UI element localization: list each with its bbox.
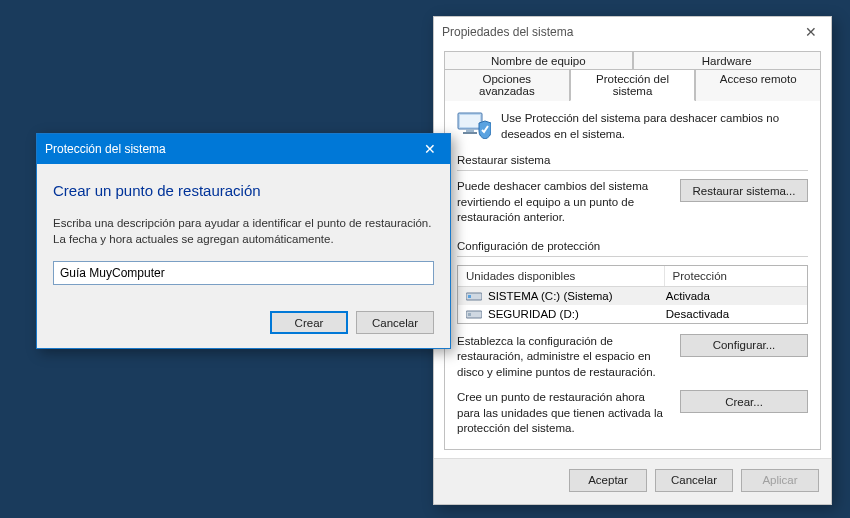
system-properties-window: Propiedades del sistema ✕ Nombre de equi… (433, 16, 832, 505)
svg-rect-5 (468, 295, 471, 298)
table-row[interactable]: SEGURIDAD (D:) Desactivada (458, 305, 807, 323)
drive-icon (466, 290, 482, 302)
restore-text: Puede deshacer cambios del sistema revir… (457, 179, 670, 226)
svg-rect-3 (463, 132, 477, 134)
cancel-button[interactable]: Cancelar (356, 311, 434, 334)
drive-status: Activada (666, 290, 799, 302)
protection-panel: Use Protección del sistema para deshacer… (444, 100, 821, 450)
apply-button[interactable]: Aplicar (741, 469, 819, 492)
description-input[interactable] (53, 261, 434, 285)
tab-advanced[interactable]: Opciones avanzadas (444, 69, 570, 101)
configure-button[interactable]: Configurar... (680, 334, 808, 357)
svg-rect-2 (466, 129, 474, 132)
protection-section-title: Configuración de protección (457, 240, 808, 252)
tab-hardware[interactable]: Hardware (633, 51, 822, 70)
tab-system-protection[interactable]: Protección del sistema (570, 69, 696, 101)
dialog-description: Escriba una descripción para ayudar a id… (53, 215, 434, 247)
intro-text: Use Protección del sistema para deshacer… (501, 111, 808, 142)
create-restore-point-dialog: Protección del sistema ✕ Crear un punto … (36, 133, 451, 349)
table-row[interactable]: SISTEMA (C:) (Sistema) Activada (458, 287, 807, 305)
cancel-button[interactable]: Cancelar (655, 469, 733, 492)
monitor-shield-icon (457, 111, 491, 139)
create-point-text: Cree un punto de restauración ahora para… (457, 390, 670, 437)
properties-titlebar[interactable]: Propiedades del sistema ✕ (434, 17, 831, 47)
svg-rect-1 (460, 115, 480, 127)
create-point-button[interactable]: Crear... (680, 390, 808, 413)
dialog-title: Protección del sistema (45, 142, 166, 156)
close-icon[interactable]: ✕ (791, 17, 831, 47)
drive-icon (466, 308, 482, 320)
drives-table: Unidades disponibles Protección SISTEMA … (457, 265, 808, 324)
restore-section-title: Restaurar sistema (457, 154, 808, 166)
close-icon[interactable]: ✕ (410, 134, 450, 164)
col-drives[interactable]: Unidades disponibles (458, 266, 665, 286)
drive-status: Desactivada (666, 308, 799, 320)
drive-name: SISTEMA (C:) (Sistema) (488, 290, 613, 302)
ok-button[interactable]: Aceptar (569, 469, 647, 492)
drive-name: SEGURIDAD (D:) (488, 308, 579, 320)
dialog-titlebar[interactable]: Protección del sistema ✕ (37, 134, 450, 164)
tab-remote[interactable]: Acceso remoto (695, 69, 821, 101)
create-button[interactable]: Crear (270, 311, 348, 334)
tab-computer-name[interactable]: Nombre de equipo (444, 51, 633, 70)
svg-rect-7 (468, 313, 471, 316)
col-status[interactable]: Protección (665, 266, 807, 286)
dialog-heading: Crear un punto de restauración (53, 182, 434, 199)
restore-system-button[interactable]: Restaurar sistema... (680, 179, 808, 202)
configure-text: Establezca la configuración de restaurac… (457, 334, 670, 381)
properties-title: Propiedades del sistema (442, 25, 573, 39)
